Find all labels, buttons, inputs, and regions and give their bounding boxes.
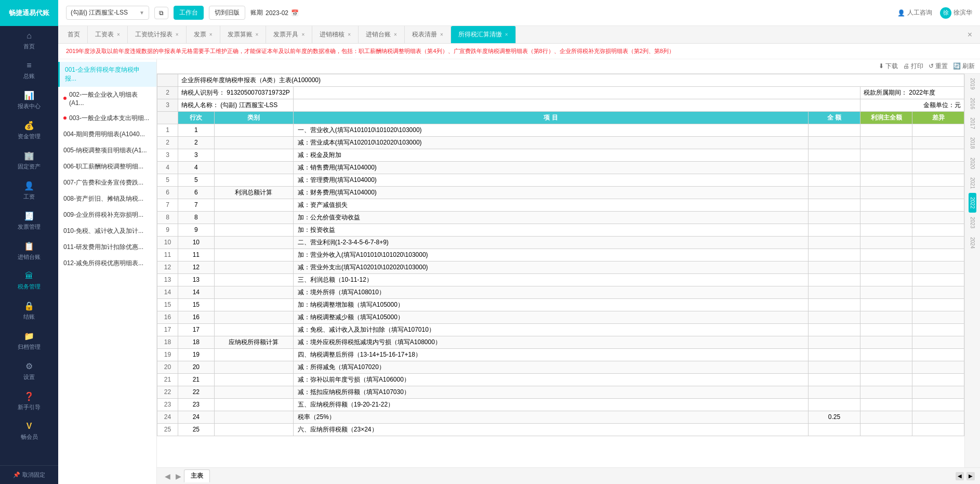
table-row: 2323五、应纳税所得额（19-20-21-22） xyxy=(157,398,964,411)
tab-income-tax-close[interactable]: × xyxy=(505,32,508,37)
table-row: 1717减：免税、减计收入及加计扣除（填写A107010） xyxy=(157,323,964,336)
tabbar-close-all[interactable]: × xyxy=(965,30,975,40)
spreadsheet-area: ⬇ 下载 🖨 打印 ↺ 重置 🔄 刷新 xyxy=(157,59,980,485)
unpin-button[interactable]: 📌 取消固定 xyxy=(0,465,58,484)
sidebar-label-capital: 资金管理 xyxy=(18,133,41,140)
left-item-003[interactable]: 003-一般企业成本支出明细... xyxy=(58,110,156,126)
tab-home[interactable]: 首页 xyxy=(63,26,88,43)
refresh-icon: 🔄 xyxy=(953,62,961,70)
left-item-007[interactable]: 007-广告费和业务宣传费跌... xyxy=(58,175,156,191)
sidebar-item-settings[interactable]: ⚙ 设置 xyxy=(0,356,58,386)
tab-invoice[interactable]: 发票 × xyxy=(187,26,220,43)
app-logo: 畅捷通易代账 xyxy=(0,0,58,26)
sidebar-item-closing[interactable]: 🔒 结账 xyxy=(0,296,58,326)
sidebar-item-purchase-sales[interactable]: 📋 进销台账 xyxy=(0,236,58,266)
table-row: 2222减：抵扣应纳税所得额（填写A107030） xyxy=(157,386,964,398)
left-item-009-label: 009-企业所得税补充弥损明... xyxy=(63,211,143,219)
left-item-005[interactable]: 005-纳税调整项目明细表(A1... xyxy=(58,142,156,159)
table-container[interactable]: 企业所得税年度纳税申报表（A类）主表(A100000) 2 纳税人识别号： 91… xyxy=(157,74,964,468)
left-item-010[interactable]: 010-免税、减计收入及加计... xyxy=(58,223,156,239)
left-item-008[interactable]: 008-资产折旧、摊销及纳税... xyxy=(58,191,156,207)
tab-payroll[interactable]: 工资表 × xyxy=(88,26,128,43)
copy-button[interactable]: ⧉ xyxy=(154,7,168,19)
report-icon: 📊 xyxy=(24,90,34,100)
table-row: 1616减：纳税调整减少额（填写A105000） xyxy=(157,311,964,323)
sidebar-label-invoice: 发票管理 xyxy=(18,223,41,231)
left-item-009[interactable]: 009-企业所得税补充弥损明... xyxy=(58,207,156,223)
timeline-year-2023[interactable]: 2023 xyxy=(969,213,976,232)
timeline-year-2017[interactable]: 2017 xyxy=(969,113,976,133)
tab-invoice-calc[interactable]: 发票算账 × xyxy=(220,26,267,43)
download-icon: ⬇ xyxy=(879,62,884,70)
tab-purchase-ledger[interactable]: 进销台账 × xyxy=(359,26,405,43)
left-item-001-label: 001-企业所得税年度纳税申报... xyxy=(65,66,151,83)
timeline-year-2016[interactable]: 2016 xyxy=(969,94,976,113)
tab-invoice-calc-label: 发票算账 xyxy=(228,30,253,39)
left-item-007-label: 007-广告费和业务宣传费跌... xyxy=(63,178,143,187)
left-item-012[interactable]: 012-减免所得税优惠明细表... xyxy=(58,255,156,271)
reset-button[interactable]: ↺ 重置 xyxy=(929,62,948,71)
sidebar-label-guide: 新手引导 xyxy=(18,403,41,411)
settings-icon: ⚙ xyxy=(25,361,33,371)
timeline-year-2022[interactable]: 2022 xyxy=(969,193,976,213)
unpin-label: 取消固定 xyxy=(22,471,45,479)
tab-invoice-open-close[interactable]: × xyxy=(301,32,304,37)
sidebar-item-member[interactable]: V 畅会员 xyxy=(0,416,58,446)
left-item-004[interactable]: 004-期间费用明细表(A1040... xyxy=(58,126,156,142)
download-button[interactable]: ⬇ 下载 xyxy=(879,62,898,71)
notice-text: 2019年度涉及取以前年度违规数据的申报表单元格需要手工维护正确，才能保证本年及… xyxy=(66,48,674,54)
timeline-year-2024[interactable]: 2024 xyxy=(969,233,976,253)
workbench-button[interactable]: 工作台 xyxy=(174,6,204,20)
left-item-012-label: 012-减免所得税优惠明细表... xyxy=(63,259,143,268)
tab-tax-clear-close[interactable]: × xyxy=(440,32,443,37)
tab-invoice-calc-close[interactable]: × xyxy=(256,32,259,37)
table-row: 1313三、利润总额（10-11-12） xyxy=(157,273,964,286)
tab-tax-clear[interactable]: 税表清册 × xyxy=(405,26,451,43)
left-item-001[interactable]: 001-企业所得税年度纳税申报... xyxy=(58,62,156,87)
service-button[interactable]: 👤 人工咨询 xyxy=(897,8,932,17)
tab-income-tax[interactable]: 所得税汇算清缴 × xyxy=(451,26,516,43)
sheet-prev[interactable]: ◀ xyxy=(162,472,173,480)
tab-payroll-close[interactable]: × xyxy=(117,32,120,37)
sidebar-item-archive[interactable]: 📁 归档管理 xyxy=(0,326,58,356)
sidebar-item-general-ledger[interactable]: ≡ 总账 xyxy=(0,56,58,85)
tab-payroll-stats[interactable]: 工资统计报表 × xyxy=(128,26,187,43)
tab-purchase-check-close[interactable]: × xyxy=(348,32,351,37)
sidebar-item-payroll[interactable]: 👤 工资 xyxy=(0,176,58,206)
timeline-year-2021[interactable]: 2021 xyxy=(969,173,976,193)
scroll-left[interactable]: ◀ xyxy=(956,472,964,480)
switch-version-button[interactable]: 切到旧版 xyxy=(209,6,245,20)
reset-icon: ↺ xyxy=(929,62,934,70)
left-item-011[interactable]: 011-研发费用加计扣除优惠... xyxy=(58,239,156,255)
timeline-year-2018[interactable]: 2018 xyxy=(969,133,976,153)
tab-payroll-stats-close[interactable]: × xyxy=(176,32,179,37)
sidebar-item-report-center[interactable]: 📊 报表中心 xyxy=(0,85,58,115)
col-header-xm: 项 目 xyxy=(293,111,808,124)
sidebar-item-capital[interactable]: 💰 资金管理 xyxy=(0,115,58,146)
tab-purchase-check[interactable]: 进销稽核 × xyxy=(312,26,359,43)
calendar-icon[interactable]: 📅 xyxy=(291,9,299,17)
timeline-year-2020[interactable]: 2020 xyxy=(969,153,976,173)
sidebar-item-home[interactable]: ⌂ 首页 xyxy=(0,26,58,56)
tab-invoice-open[interactable]: 发票开具 × xyxy=(266,26,312,43)
sidebar-item-tax[interactable]: 🏛 税务管理 xyxy=(0,266,58,296)
tab-purchase-ledger-close[interactable]: × xyxy=(394,32,397,37)
sidebar-item-guide[interactable]: ❓ 新手引导 xyxy=(0,386,58,416)
scroll-right[interactable]: ▶ xyxy=(966,472,975,480)
error-dot-002 xyxy=(63,97,67,100)
sheet-tab-main[interactable]: 主表 xyxy=(184,469,210,482)
timeline-year-2019[interactable]: 2019 xyxy=(969,74,976,94)
sheet-next[interactable]: ▶ xyxy=(173,472,184,480)
left-item-005-label: 005-纳税调整项目明细表(A1... xyxy=(63,146,147,155)
tab-invoice-close[interactable]: × xyxy=(209,32,213,37)
print-button[interactable]: 🖨 打印 xyxy=(903,62,923,71)
company-selector[interactable]: (勾副) 江西服宝-LSS ▼ xyxy=(66,6,149,20)
sidebar-item-invoice[interactable]: 🧾 发票管理 xyxy=(0,206,58,236)
left-item-006[interactable]: 006-职工薪酬纳税调整明细... xyxy=(58,159,156,175)
service-icon: 👤 xyxy=(897,9,905,17)
user-menu[interactable]: 徐 徐滨华 xyxy=(940,7,972,19)
invoice-icon: 🧾 xyxy=(24,211,34,221)
sidebar-item-fixed-assets[interactable]: 🏢 固定资产 xyxy=(0,146,58,176)
refresh-button[interactable]: 🔄 刷新 xyxy=(953,62,975,71)
left-item-002[interactable]: 002-一般企业收入明细表(A1... xyxy=(58,87,156,110)
